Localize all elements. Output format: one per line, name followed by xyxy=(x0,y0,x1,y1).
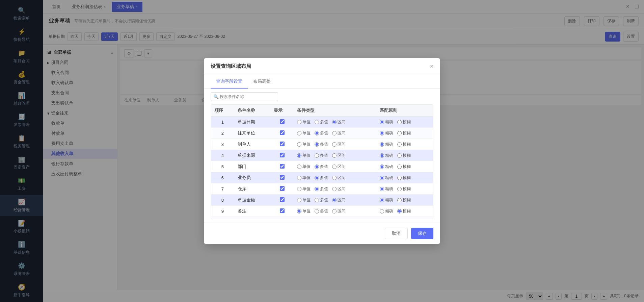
match-rule-option[interactable]: 模糊 xyxy=(397,208,411,214)
condition-type-radio[interactable] xyxy=(297,198,301,202)
condition-type-radio[interactable] xyxy=(315,187,319,191)
match-rule-radio[interactable] xyxy=(397,165,402,169)
match-rule-option[interactable]: 精确 xyxy=(380,175,393,181)
condition-type-option[interactable]: 单值 xyxy=(297,164,311,170)
dialog-tab-layout-adjust[interactable]: 布局调整 xyxy=(248,75,276,89)
condition-type-radio[interactable] xyxy=(315,153,319,158)
dialog-close-button[interactable]: × xyxy=(430,63,433,70)
condition-search-input[interactable] xyxy=(211,92,278,101)
condition-type-radio[interactable] xyxy=(315,120,319,124)
match-rule-radio[interactable] xyxy=(380,198,384,202)
match-rule-radio[interactable] xyxy=(397,153,402,158)
condition-type-radio[interactable] xyxy=(332,131,337,135)
condition-type-option[interactable]: 区间 xyxy=(332,175,346,181)
match-rule-radio[interactable] xyxy=(397,131,402,135)
condition-type-radio[interactable] xyxy=(297,153,301,158)
match-rule-option[interactable]: 模糊 xyxy=(397,142,411,147)
display-checkbox[interactable] xyxy=(280,186,285,191)
match-rule-option[interactable]: 模糊 xyxy=(397,164,411,170)
condition-type-option[interactable]: 多值 xyxy=(315,197,328,203)
condition-type-option[interactable]: 多值 xyxy=(315,175,328,181)
condition-type-option[interactable]: 单值 xyxy=(297,130,311,136)
display-checkbox[interactable] xyxy=(280,153,285,157)
match-rule-radio[interactable] xyxy=(397,187,402,191)
condition-type-option[interactable]: 单值 xyxy=(297,142,311,147)
condition-type-option[interactable]: 多值 xyxy=(315,153,328,158)
match-rule-option[interactable]: 模糊 xyxy=(397,175,411,181)
condition-type-radio[interactable] xyxy=(297,142,301,147)
match-rule-radio[interactable] xyxy=(380,209,384,213)
display-checkbox[interactable] xyxy=(280,130,285,135)
condition-type-option[interactable]: 多值 xyxy=(315,119,328,125)
condition-type-option[interactable]: 单值 xyxy=(297,186,311,192)
cancel-button[interactable]: 取消 xyxy=(385,228,408,239)
condition-type-radio[interactable] xyxy=(332,165,337,169)
condition-type-option[interactable]: 单值 xyxy=(297,153,311,158)
condition-type-radio[interactable] xyxy=(332,187,337,191)
match-rule-radio[interactable] xyxy=(397,120,402,124)
condition-type-radio[interactable] xyxy=(315,209,319,213)
condition-type-option[interactable]: 单值 xyxy=(297,119,311,125)
condition-type-radio[interactable] xyxy=(332,198,337,202)
match-rule-option[interactable]: 模糊 xyxy=(397,130,411,136)
match-rule-radio[interactable] xyxy=(380,120,384,124)
display-checkbox[interactable] xyxy=(280,197,285,202)
match-rule-option[interactable]: 精确 xyxy=(380,197,393,203)
condition-type-option[interactable]: 区间 xyxy=(332,164,346,170)
condition-type-radio[interactable] xyxy=(332,142,337,147)
match-rule-option[interactable]: 模糊 xyxy=(397,119,411,125)
match-rule-radio[interactable] xyxy=(380,142,384,147)
condition-type-option[interactable]: 单值 xyxy=(297,208,311,214)
display-checkbox[interactable] xyxy=(280,175,285,180)
condition-type-radio[interactable] xyxy=(315,142,319,147)
match-rule-radio[interactable] xyxy=(380,131,384,135)
match-rule-radio[interactable] xyxy=(380,165,384,169)
condition-type-option[interactable]: 单值 xyxy=(297,197,311,203)
condition-type-radio[interactable] xyxy=(297,165,301,169)
match-rule-radio[interactable] xyxy=(380,187,384,191)
match-rule-radio[interactable] xyxy=(397,176,402,180)
condition-type-option[interactable]: 多值 xyxy=(315,142,328,147)
match-rule-radio[interactable] xyxy=(397,209,402,213)
match-rule-option[interactable]: 精确 xyxy=(380,153,393,158)
match-rule-option[interactable]: 模糊 xyxy=(397,153,411,158)
condition-type-radio[interactable] xyxy=(297,209,301,213)
match-rule-radio[interactable] xyxy=(397,198,402,202)
save-dialog-button[interactable]: 保存 xyxy=(411,228,433,239)
match-rule-radio[interactable] xyxy=(380,153,384,158)
condition-type-radio[interactable] xyxy=(315,198,319,202)
display-checkbox[interactable] xyxy=(280,208,285,213)
condition-type-option[interactable]: 区间 xyxy=(332,208,346,214)
condition-type-option[interactable]: 多值 xyxy=(315,130,328,136)
condition-type-radio[interactable] xyxy=(332,176,337,180)
condition-type-option[interactable]: 区间 xyxy=(332,119,346,125)
display-checkbox[interactable] xyxy=(280,119,285,124)
match-rule-option[interactable]: 精确 xyxy=(380,119,393,125)
match-rule-option[interactable]: 精确 xyxy=(380,186,393,192)
condition-type-option[interactable]: 区间 xyxy=(332,186,346,192)
match-rule-option[interactable]: 精确 xyxy=(380,142,393,147)
condition-type-radio[interactable] xyxy=(297,131,301,135)
condition-type-radio[interactable] xyxy=(315,176,319,180)
condition-type-radio[interactable] xyxy=(315,131,319,135)
condition-type-option[interactable]: 多值 xyxy=(315,208,328,214)
match-rule-option[interactable]: 模糊 xyxy=(397,197,411,203)
condition-type-option[interactable]: 区间 xyxy=(332,153,346,158)
dialog-tab-field-settings[interactable]: 查询字段设置 xyxy=(211,75,248,89)
condition-type-radio[interactable] xyxy=(332,120,337,124)
condition-type-radio[interactable] xyxy=(315,165,319,169)
condition-type-radio[interactable] xyxy=(297,187,301,191)
condition-type-option[interactable]: 单值 xyxy=(297,175,311,181)
match-rule-option[interactable]: 模糊 xyxy=(397,186,411,192)
condition-type-option[interactable]: 区间 xyxy=(332,142,346,147)
display-checkbox[interactable] xyxy=(280,164,285,169)
match-rule-radio[interactable] xyxy=(397,142,402,147)
match-rule-radio[interactable] xyxy=(380,176,384,180)
condition-type-option[interactable]: 区间 xyxy=(332,130,346,136)
condition-type-radio[interactable] xyxy=(332,153,337,158)
condition-type-radio[interactable] xyxy=(297,176,301,180)
condition-type-option[interactable]: 区间 xyxy=(332,197,346,203)
condition-type-radio[interactable] xyxy=(332,209,337,213)
match-rule-option[interactable]: 精确 xyxy=(380,130,393,136)
condition-type-option[interactable]: 多值 xyxy=(315,164,328,170)
